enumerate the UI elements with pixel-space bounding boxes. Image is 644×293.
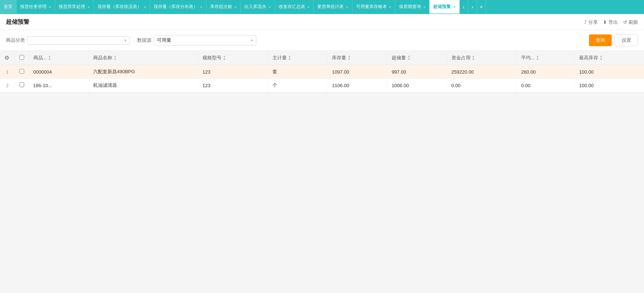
category-filter: 商品分类 ▾ bbox=[6, 36, 130, 45]
close-icon[interactable]: × bbox=[423, 5, 425, 9]
nav-tab-1[interactable]: 拣货任务管理 × bbox=[17, 0, 55, 14]
table-row: 2 186-10... 机油滤清器 123 个 1106.00 1006.00 … bbox=[0, 79, 644, 92]
export-button[interactable]: ⬇ 导出 bbox=[603, 19, 618, 26]
data-table: ⚙ 商品... ▲▼ 商品名称 ▲▼ bbox=[0, 51, 644, 92]
sort-arrows: ▲▼ bbox=[407, 55, 410, 61]
nav-tab-3[interactable]: 现存量（库存状况表） × bbox=[94, 0, 150, 14]
row-code: 186-10... bbox=[29, 79, 89, 92]
nav-tab-home[interactable]: 首页 bbox=[0, 0, 17, 14]
nav-tab-10[interactable]: 保质期查询 × bbox=[395, 0, 429, 14]
nav-close-arrow[interactable]: × bbox=[477, 0, 486, 14]
filter-actions: 查询 设置 bbox=[589, 34, 638, 46]
datasource-value: 可用量 bbox=[157, 37, 171, 44]
row-avg: 0.00 bbox=[517, 79, 575, 92]
th-code[interactable]: 商品... ▲▼ bbox=[29, 51, 89, 65]
row-checkbox[interactable] bbox=[19, 82, 24, 87]
row-unit: 套 bbox=[268, 65, 328, 79]
th-unit[interactable]: 主计量 ▲▼ bbox=[268, 51, 328, 65]
sort-arrows: ▲▼ bbox=[288, 55, 291, 61]
gear-icon[interactable]: ⚙ bbox=[4, 55, 9, 61]
row-over: 997.00 bbox=[387, 65, 447, 79]
header-actions: ⤴ 分享 ⬇ 导出 ↺ 刷新 bbox=[584, 19, 638, 26]
row-max: 100.00 bbox=[575, 65, 644, 79]
share-icon: ⤴ bbox=[584, 19, 587, 25]
row-over: 1006.00 bbox=[387, 79, 447, 92]
row-code: 0000004 bbox=[29, 65, 89, 79]
query-button[interactable]: 查询 bbox=[589, 34, 612, 46]
nav-prev-arrow[interactable]: ‹ bbox=[460, 0, 468, 14]
sort-arrows: ▲▼ bbox=[114, 55, 117, 61]
sort-arrows: ▲▼ bbox=[48, 55, 51, 61]
table-header-row: ⚙ 商品... ▲▼ 商品名称 ▲▼ bbox=[0, 51, 644, 65]
th-gear: ⚙ bbox=[0, 51, 15, 65]
nav-tab-8[interactable]: 要货单统计表 × bbox=[314, 0, 352, 14]
row-index: 1 bbox=[0, 65, 15, 79]
settings-button[interactable]: 设置 bbox=[615, 34, 638, 46]
share-button[interactable]: ⤴ 分享 bbox=[584, 19, 598, 26]
row-checkbox-cell bbox=[15, 65, 29, 79]
th-checkbox bbox=[15, 51, 29, 65]
sort-arrows: ▲▼ bbox=[223, 55, 226, 61]
filter-bar: 商品分类 ▾ 数据源 可用量 ▾ 查询 设置 bbox=[0, 30, 644, 51]
nav-tab-6[interactable]: 出入库流水 × bbox=[241, 0, 275, 14]
row-spec: 123 bbox=[198, 65, 268, 79]
close-icon[interactable]: × bbox=[87, 5, 89, 9]
datasource-filter: 数据源 可用量 ▾ bbox=[137, 35, 256, 45]
th-name[interactable]: 商品名称 ▲▼ bbox=[89, 51, 198, 65]
category-select[interactable]: ▾ bbox=[27, 36, 130, 45]
refresh-icon: ↺ bbox=[623, 19, 627, 25]
row-name: 六配套新昌490BPG bbox=[89, 65, 198, 79]
select-all-checkbox[interactable] bbox=[19, 55, 24, 60]
datasource-select[interactable]: 可用量 ▾ bbox=[154, 35, 256, 45]
chevron-down-icon: ▾ bbox=[124, 38, 127, 43]
th-avg[interactable]: 平均... ▲▼ bbox=[517, 51, 575, 65]
nav-next-arrow[interactable]: › bbox=[468, 0, 477, 14]
table-row: 1 0000004 六配套新昌490BPG 123 套 1097.00 997.… bbox=[0, 65, 644, 79]
category-label: 商品分类 bbox=[6, 37, 25, 44]
row-stock: 1106.00 bbox=[328, 79, 387, 92]
sort-arrows: ▲▼ bbox=[600, 55, 603, 61]
nav-tab-4[interactable]: 现存量（库存分布表） × bbox=[150, 0, 206, 14]
nav-tab-9[interactable]: 可用量库存账本 × bbox=[352, 0, 395, 14]
close-icon[interactable]: × bbox=[234, 5, 237, 9]
row-avg: 260.00 bbox=[517, 65, 575, 79]
nav-tab-7[interactable]: 收发存汇总表 × bbox=[275, 0, 314, 14]
th-spec[interactable]: 规格型号 ▲▼ bbox=[198, 51, 268, 65]
nav-tab-2[interactable]: 拣货异常处理 × bbox=[55, 0, 94, 14]
close-icon[interactable]: × bbox=[144, 5, 146, 9]
row-max: 100.00 bbox=[575, 79, 644, 92]
close-icon[interactable]: × bbox=[268, 5, 271, 9]
th-over[interactable]: 超储量 ▲▼ bbox=[387, 51, 447, 65]
row-checkbox-cell bbox=[15, 79, 29, 92]
sort-arrows: ▲▼ bbox=[472, 55, 475, 61]
page-header: 超储预警 ⤴ 分享 ⬇ 导出 ↺ 刷新 bbox=[0, 14, 644, 30]
refresh-button[interactable]: ↺ 刷新 bbox=[623, 19, 638, 26]
export-icon: ⬇ bbox=[603, 19, 607, 25]
row-index: 2 bbox=[0, 79, 15, 92]
chevron-down-icon: ▾ bbox=[251, 38, 253, 43]
close-icon[interactable]: × bbox=[346, 5, 348, 9]
th-capital[interactable]: 资金占用 ▲▼ bbox=[447, 51, 516, 65]
row-capital: 259220.00 bbox=[447, 65, 516, 79]
page-title: 超储预警 bbox=[6, 18, 29, 26]
close-icon[interactable]: × bbox=[200, 5, 202, 9]
row-name: 机油滤清器 bbox=[89, 79, 198, 92]
sort-arrows: ▲▼ bbox=[348, 55, 351, 61]
sort-arrows: ▲▼ bbox=[536, 55, 539, 61]
nav-tab-11[interactable]: 超储预警 × bbox=[429, 0, 459, 14]
row-capital: 0.00 bbox=[447, 79, 516, 92]
close-icon[interactable]: × bbox=[389, 5, 391, 9]
nav-tab-5[interactable]: 库存批次账 × bbox=[206, 0, 241, 14]
datasource-label: 数据源 bbox=[137, 37, 151, 44]
row-spec: 123 bbox=[198, 79, 268, 92]
row-checkbox[interactable] bbox=[19, 69, 24, 74]
row-unit: 个 bbox=[268, 79, 328, 92]
close-icon[interactable]: × bbox=[49, 5, 51, 9]
th-stock[interactable]: 库存量 ▲▼ bbox=[328, 51, 387, 65]
th-max[interactable]: 最高库存 ▲▼ bbox=[575, 51, 644, 65]
close-icon[interactable]: × bbox=[307, 5, 310, 9]
top-nav: 首页 拣货任务管理 × 拣货异常处理 × 现存量（库存状况表） × 现存量（库存… bbox=[0, 0, 644, 14]
row-stock: 1097.00 bbox=[328, 65, 387, 79]
close-icon[interactable]: × bbox=[453, 5, 455, 9]
